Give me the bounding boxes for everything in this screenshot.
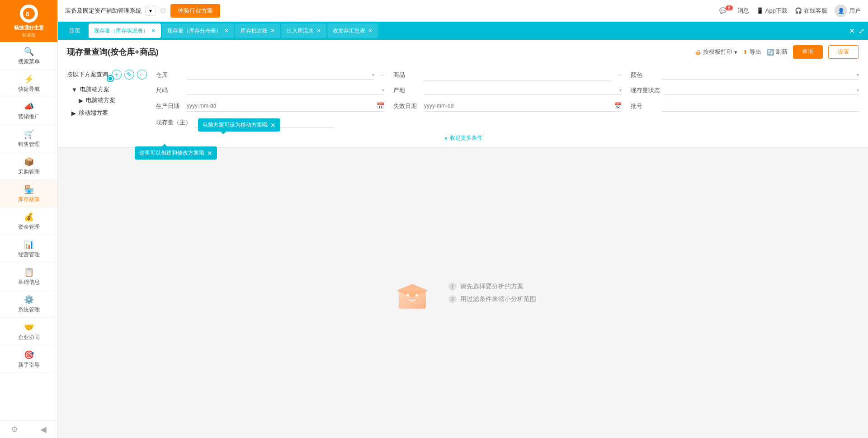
tip-num-1: 1 — [448, 283, 457, 291]
enterprise-icon: 🤝 — [24, 322, 34, 332]
tab-expand-btn[interactable]: ⤢ — [859, 27, 864, 35]
tab-batch-ledger-label: 库存批次账 — [241, 27, 268, 35]
tab-inout-flow-close[interactable]: ✕ — [316, 28, 321, 34]
scheme-panel: 按以下方案查询 + ✎ ← ▼ 电脑端方案 — [67, 70, 147, 118]
sidebar-item-marketing[interactable]: 📣 营销推广 — [0, 97, 57, 125]
export-btn[interactable]: ⬆ 导出 — [743, 48, 761, 56]
edit-scheme-btn[interactable]: ✎ — [124, 70, 134, 80]
stock-qty-to[interactable] — [271, 117, 335, 128]
tab-inventory-status-close[interactable]: ✕ — [151, 28, 156, 34]
sidebar-basic-label: 基础信息 — [18, 278, 40, 286]
filter-product: 商品 ··· — [393, 70, 622, 80]
user-label: 用户 — [849, 7, 861, 15]
sidebar-item-quicknav[interactable]: ⚡ 快捷导航 — [0, 70, 57, 97]
sidebar-item-newbie[interactable]: 🎯 新手引导 — [0, 345, 57, 373]
tab-batch-ledger-close[interactable]: ✕ — [270, 28, 275, 34]
header-left: 装备及固定资产辅助管理系统 ▾ ⚙ 体验行业方案 — [65, 4, 220, 18]
sidebar-system-label: 系统管理 — [18, 306, 40, 314]
size-select[interactable]: ▾ — [187, 86, 384, 95]
top-header: 装备及固定资产辅助管理系统 ▾ ⚙ 体验行业方案 💬 8 消息 📱 App下载 … — [58, 0, 868, 22]
filter-exp-date: 失效日期 📅 — [393, 100, 622, 112]
tooltip-dot — [108, 76, 113, 81]
online-service-group[interactable]: 🎧 在线客服 — [795, 7, 827, 15]
system-icon: ⚙️ — [24, 295, 34, 305]
tab-inventory-dist-label: 现存量（库存分布表） — [167, 27, 222, 35]
tab-inout-flow[interactable]: 出入库流水 ✕ — [281, 24, 326, 38]
basic-icon: 📋 — [24, 267, 34, 277]
logo-badge: 标准版 — [22, 32, 36, 38]
inventory-icon: 🏪 — [24, 184, 34, 194]
warehouse-select[interactable]: ▾ — [187, 71, 374, 80]
tab-inventory-dist[interactable]: 现存量（库存分布表） ✕ — [162, 24, 234, 38]
print-template-btn[interactable]: 🖨 按模板打印 ▾ — [695, 48, 737, 56]
setting-btn-top[interactable]: 设置 — [828, 45, 859, 59]
product-input[interactable] — [424, 70, 612, 80]
exp-date-field[interactable] — [424, 103, 612, 109]
sidebar-settings-btn[interactable]: ⚙ — [11, 424, 18, 434]
app-download-group[interactable]: 📱 App下载 — [756, 7, 788, 15]
pc-scheme-item-1[interactable]: ▶ 电脑端方案 — [79, 95, 147, 106]
add-scheme-btn[interactable]: + — [112, 70, 122, 80]
sidebar-item-system[interactable]: ⚙️ 系统管理 — [0, 290, 57, 318]
batch-input[interactable] — [661, 101, 859, 112]
batch-label: 批号 — [631, 102, 658, 110]
exp-date-input[interactable]: 📅 — [424, 100, 622, 112]
sidebar-sales-label: 销售管理 — [18, 141, 40, 148]
tab-close-all-btn[interactable]: ✕ — [849, 27, 855, 35]
origin-select[interactable]: ▾ — [424, 86, 622, 95]
tooltip2-close-btn[interactable]: ✕ — [207, 150, 212, 156]
tab-collect-summary-label: 收发存汇总表 — [333, 27, 365, 35]
sidebar-inventory-label: 库存核算 — [18, 196, 40, 203]
tab-inventory-dist-close[interactable]: ✕ — [224, 28, 229, 34]
pc-scheme-label: 电脑端方案 — [80, 85, 109, 94]
tab-batch-ledger[interactable]: 库存批次账 ✕ — [235, 24, 280, 38]
sidebar-item-search[interactable]: 🔍 搜索菜单 — [0, 42, 57, 70]
sidebar-item-basic[interactable]: 📋 基础信息 — [0, 263, 57, 290]
mfg-date-calendar-icon[interactable]: 📅 — [377, 102, 384, 109]
sidebar-item-sales[interactable]: 🛒 销售管理 — [0, 125, 57, 152]
trial-btn[interactable]: 体验行业方案 — [170, 4, 220, 18]
sidebar-item-enterprise[interactable]: 🤝 企业协同 — [0, 318, 57, 345]
message-group[interactable]: 💬 8 消息 — [719, 7, 749, 15]
sidebar-item-operations[interactable]: 📊 经营管理 — [0, 235, 57, 263]
pc-scheme-group[interactable]: ▼ 电脑端方案 — [71, 84, 147, 95]
message-badge: 8 — [726, 5, 733, 10]
svg-text:6: 6 — [26, 10, 29, 18]
warehouse-caret: ▾ — [372, 72, 374, 77]
exp-date-calendar-icon[interactable]: 📅 — [614, 102, 622, 109]
filter-row-3: 生产日期 📅 失效日期 📅 — [156, 100, 859, 112]
user-group[interactable]: 👤 用户 — [835, 5, 861, 17]
svg-point-4 — [415, 294, 418, 297]
tab-collect-summary-close[interactable]: ✕ — [368, 28, 373, 34]
refresh-btn[interactable]: 🔄 刷新 — [767, 48, 788, 56]
sidebar-item-purchase[interactable]: 📦 采购管理 — [0, 152, 57, 180]
search-btn-top[interactable]: 查询 — [793, 45, 823, 59]
filter-size: 尺码 ▾ — [156, 86, 384, 95]
tab-collect-summary[interactable]: 收发存汇总表 ✕ — [327, 24, 378, 38]
back-btn[interactable]: ← — [137, 70, 147, 80]
sidebar-item-finance[interactable]: 💰 资金管理 — [0, 207, 57, 235]
stock-status-select[interactable]: ▾ — [664, 86, 859, 95]
mfg-date-input[interactable]: 📅 — [187, 100, 384, 112]
gear-icon-header[interactable]: ⚙ — [160, 6, 167, 16]
tab-inventory-status[interactable]: 现存量（库存状况表） ✕ — [89, 24, 161, 38]
tooltip1-close-btn[interactable]: ✕ — [270, 122, 276, 128]
system-dropdown-btn[interactable]: ▾ — [145, 6, 156, 16]
sidebar-quicknav-label: 快捷导航 — [18, 85, 40, 93]
message-label: 消息 — [737, 7, 749, 15]
collapse-btn[interactable]: ∧ 收起更多条件 — [444, 134, 482, 142]
color-label: 颜色 — [631, 71, 658, 79]
mobile-scheme-label: 移动端方案 — [79, 109, 108, 117]
collapse-icon: ∧ — [444, 135, 448, 141]
user-avatar: 👤 — [835, 5, 847, 17]
mobile-scheme-group[interactable]: ▶ 移动端方案 — [71, 108, 147, 118]
tab-home[interactable]: 首页 — [61, 22, 88, 40]
empty-icon — [390, 270, 435, 316]
sidebar-item-inventory[interactable]: 🏪 库存核算 — [0, 180, 57, 207]
empty-tip-2: 2 用过滤条件来缩小分析范围 — [448, 295, 536, 303]
tooltip-create-scheme: 这里可以创建和修改方案哦 ✕ — [135, 146, 217, 160]
color-select[interactable]: ▾ — [661, 71, 859, 80]
filter-warehouse: 仓库 ▾ ··· — [156, 70, 384, 80]
sidebar-collapse-btn[interactable]: ◀ — [40, 424, 47, 434]
mfg-date-field[interactable] — [187, 103, 375, 109]
